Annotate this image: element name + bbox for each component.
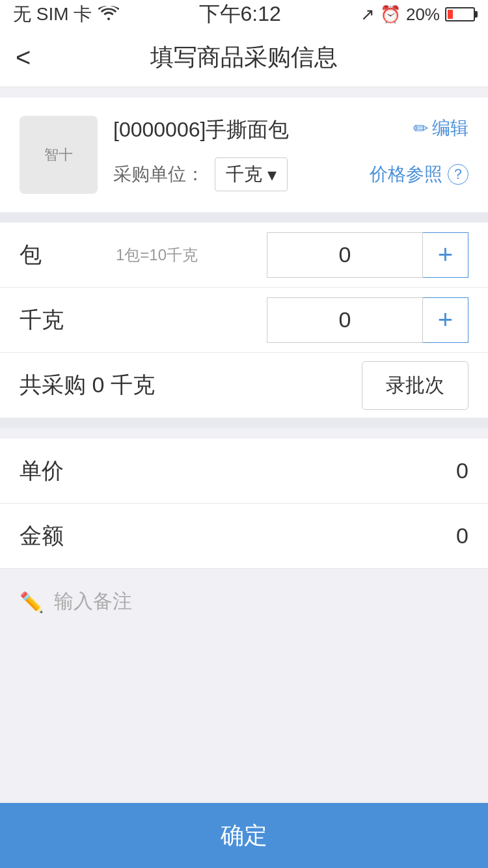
unit-price-label: 单价: [20, 456, 64, 486]
section-separator-2: [0, 418, 488, 428]
total-purchase-text: 共采购 0 千克: [20, 370, 155, 400]
pencil-icon: ✏️: [20, 591, 44, 614]
section-separator-1: [0, 212, 488, 223]
battery-percent: 20%: [406, 5, 440, 25]
product-thumbnail: 智十: [20, 116, 98, 194]
bag-label: 包: [20, 240, 111, 270]
kg-input-row: 千克 +: [0, 288, 488, 353]
record-batch-button[interactable]: 录批次: [362, 361, 468, 410]
page-title: 填写商品采购信息: [150, 42, 338, 74]
no-sim-label: 无 SIM 卡: [13, 2, 92, 27]
thumbnail-text: 智十: [44, 146, 73, 163]
bottom-spacer: [0, 647, 488, 777]
status-left: 无 SIM 卡: [13, 2, 119, 27]
unit-value: 千克: [226, 162, 262, 187]
unit-select-dropdown[interactable]: 千克 ▾: [215, 157, 288, 191]
kg-label: 千克: [20, 305, 111, 335]
remark-section[interactable]: ✏️ 输入备注: [0, 569, 488, 647]
unit-price-row: 单价 0: [0, 439, 488, 504]
wifi-icon: [98, 4, 119, 25]
product-name: [0000006]手撕面包: [113, 116, 289, 144]
battery-icon: [445, 7, 475, 21]
price-section: 单价 0 金额 0: [0, 439, 488, 569]
unit-price-value: 0: [456, 458, 468, 483]
dropdown-arrow-icon: ▾: [267, 164, 277, 185]
bag-input-wrap: +: [267, 232, 468, 278]
kg-quantity-input[interactable]: [267, 297, 423, 343]
amount-label: 金额: [20, 521, 64, 551]
input-section: 包 1包=10千克 + 千克 +: [0, 223, 488, 353]
edit-icon: ✏: [413, 118, 428, 139]
product-card: 智十 [0000006]手撕面包 ✏ 编辑 采购单位： 千克 ▾ 价格参照 ？: [0, 98, 488, 212]
price-ref-label: 价格参照: [370, 162, 442, 187]
confirm-button[interactable]: 确定: [0, 803, 488, 868]
alarm-icon: ⏰: [380, 5, 401, 25]
status-bar: 无 SIM 卡 下午6:12 ↗ ⏰ 20%: [0, 0, 488, 29]
product-info: [0000006]手撕面包 ✏ 编辑 采购单位： 千克 ▾ 价格参照 ？: [113, 116, 468, 191]
bag-quantity-input[interactable]: [267, 232, 423, 278]
amount-value: 0: [456, 523, 468, 549]
edit-button[interactable]: ✏ 编辑: [413, 116, 468, 141]
price-reference-button[interactable]: 价格参照 ？: [370, 162, 468, 187]
bag-sublabel: 1包=10千克: [116, 245, 198, 265]
back-button[interactable]: <: [16, 43, 31, 72]
help-icon: ？: [448, 164, 468, 185]
product-unit-row: 采购单位： 千克 ▾ 价格参照 ？: [113, 157, 468, 191]
remark-placeholder: 输入备注: [54, 588, 132, 615]
total-row: 共采购 0 千克 录批次: [0, 353, 488, 418]
unit-prefix-label: 采购单位：: [113, 162, 204, 187]
amount-row: 金额 0: [0, 504, 488, 569]
product-name-row: [0000006]手撕面包 ✏ 编辑: [113, 116, 468, 144]
kg-input-wrap: +: [267, 297, 468, 343]
status-time: 下午6:12: [199, 0, 281, 29]
location-icon: ↗: [360, 5, 375, 25]
status-right: ↗ ⏰ 20%: [360, 5, 475, 25]
bag-plus-button[interactable]: +: [423, 232, 468, 278]
bag-input-row: 包 1包=10千克 +: [0, 223, 488, 288]
nav-bar: < 填写商品采购信息: [0, 29, 488, 87]
edit-label: 编辑: [432, 116, 468, 141]
kg-plus-button[interactable]: +: [423, 297, 468, 343]
